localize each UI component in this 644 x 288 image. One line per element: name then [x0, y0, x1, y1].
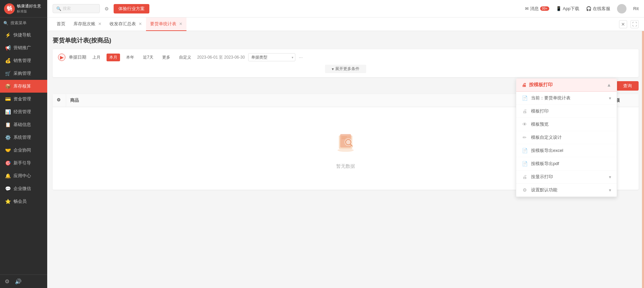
logo-icon: 畅: [4, 3, 15, 14]
excel-icon: 📄: [522, 148, 528, 153]
current-month-btn[interactable]: 本月: [107, 54, 120, 61]
online-service-button[interactable]: 🎧 在线客服: [586, 6, 610, 12]
custom-date-btn[interactable]: 自定义: [176, 54, 194, 61]
topbar-right: ✉ 消息 99+ 📱 App下载 🎧 在线客服 Rit: [525, 4, 639, 13]
sidebar-item-label: 快捷导航: [13, 32, 31, 38]
expand-row: ▾ 展开更多条件: [58, 65, 633, 73]
sidebar-item-label: 企业协同: [13, 147, 31, 153]
prev-month-btn[interactable]: 上月: [90, 54, 103, 61]
trial-button[interactable]: 体验行业方案: [114, 4, 149, 13]
tab-collect-summary[interactable]: 收发存汇总表 ✕: [106, 18, 146, 31]
dropdown-template-design[interactable]: ✏ 模板自定义设计: [516, 131, 617, 144]
tab-fullscreen-button[interactable]: ⛶: [631, 20, 639, 28]
sidebar-item-marketing[interactable]: 📢 营销推广: [0, 41, 47, 54]
svg-rect-6: [342, 137, 347, 137]
app-download-button[interactable]: 📱 App下载: [556, 6, 579, 12]
filter-toggle-btn[interactable]: ▶: [58, 54, 65, 61]
template-design-label: 模板自定义设计: [531, 134, 562, 140]
username: Rit: [633, 6, 639, 11]
topbar-search-box[interactable]: 🔍 搜索: [53, 4, 100, 13]
dropdown-header: 🖨 按模板打印 ▲: [516, 78, 617, 92]
expand-icon: ▾: [609, 174, 611, 180]
settings-icon[interactable]: ⚙: [5, 278, 9, 285]
sidebar-item-purchase[interactable]: 🛒 采购管理: [0, 67, 47, 80]
tab-collect-summary-label: 收发存汇总表: [110, 21, 136, 27]
tab-home[interactable]: 首页: [53, 18, 69, 31]
sidebar-item-inventory[interactable]: 📦 库存核算: [0, 80, 47, 93]
tab-order-summary-close-icon[interactable]: ✕: [179, 22, 182, 26]
doc-type-select[interactable]: 单据类型: [248, 53, 295, 61]
sidebar-item-label: 营销推广: [13, 45, 31, 51]
sidebar-search[interactable]: 🔍 搜索菜单: [0, 18, 47, 29]
dropdown-display-print[interactable]: 🖨 按显示打印 ▾: [516, 170, 617, 184]
sidebar-item-label: 资金管理: [13, 96, 31, 102]
template-preview-label: 模板预览: [531, 121, 549, 127]
app-version: 标准版: [17, 9, 41, 14]
col-settings: ⚙: [53, 94, 66, 107]
resize-handle[interactable]: [642, 31, 644, 288]
app-name: 畅康通好生意: [17, 3, 41, 9]
wechat-icon: 💬: [5, 186, 11, 191]
sidebar-item-system[interactable]: ⚙️ 系统管理: [0, 131, 47, 144]
sidebar-search-label: 搜索菜单: [10, 20, 27, 26]
expand-more-btn[interactable]: ▾ 展开更多条件: [325, 65, 366, 73]
dropdown-template-print[interactable]: 🖨 模板打印: [516, 105, 617, 118]
sidebar-item-sales[interactable]: 💰 销售管理: [0, 54, 47, 67]
tab-batch-account[interactable]: 库存批次账 ✕: [69, 18, 106, 31]
sidebar-item-label: 新手引导: [13, 160, 31, 166]
sidebar-item-guide[interactable]: 🎯 新手引导: [0, 157, 47, 169]
query-btn[interactable]: 查询: [616, 81, 639, 91]
tab-close-button[interactable]: ✕: [619, 20, 627, 28]
app-download-label: App下载: [563, 6, 579, 12]
display-print-icon: 🖨: [522, 174, 528, 180]
sidebar-item-quick-nav[interactable]: ⚡ 快捷导航: [0, 29, 47, 41]
sidebar-item-member[interactable]: ⭐ 畅会员: [0, 195, 47, 208]
dropdown-template-pdf[interactable]: 📄 按模板导出pdf: [516, 157, 617, 170]
sidebar-item-label: 采购管理: [13, 70, 31, 76]
sidebar-item-wechat[interactable]: 💬 企业微信: [0, 182, 47, 195]
sidebar-item-finance[interactable]: 💳 资金管理: [0, 93, 47, 105]
tabs-right-controls: ✕ ⛶: [619, 20, 639, 28]
gear-icon[interactable]: ⚙: [105, 6, 109, 11]
sidebar-item-operation[interactable]: 📊 经营管理: [0, 105, 47, 118]
display-print-label: 按显示打印: [531, 174, 553, 180]
dropdown-template-excel[interactable]: 📄 按模板导出excel: [516, 144, 617, 157]
col-product: 商品: [66, 94, 517, 107]
dropdown-template-preview[interactable]: 👁 模板预览: [516, 118, 617, 131]
current-year-btn[interactable]: 本年: [123, 54, 137, 61]
default-fn-icon: ⚙: [522, 187, 528, 193]
sidebar-item-basic[interactable]: 📋 基础信息: [0, 118, 47, 131]
volume-icon[interactable]: 🔊: [15, 278, 22, 285]
app-center-icon: 🔔: [5, 173, 11, 179]
more-date-btn[interactable]: 更多: [159, 54, 173, 61]
sidebar-item-app-center[interactable]: 🔔 应用中心: [0, 169, 47, 182]
more-options-icon[interactable]: ···: [299, 55, 303, 60]
content-area: 要货单统计表(按商品) ▶ 单据日期 上月 本月 本年 近7天 更多 自定义 2…: [47, 31, 644, 288]
tab-batch-account-close-icon[interactable]: ✕: [98, 22, 101, 26]
print-dropdown: 🖨 按模板打印 ▲ 📄 当前：要货单统计表 ▾ 🖨 模板打印: [516, 78, 617, 197]
dropdown-default-fn[interactable]: ⚙ 设置默认功能 ▾: [516, 184, 617, 197]
template-print-label: 模板打印: [531, 108, 549, 114]
tab-order-summary[interactable]: 要货单统计表 ✕: [146, 18, 186, 31]
dropdown-close-icon[interactable]: ▲: [607, 82, 611, 88]
avatar[interactable]: [617, 4, 626, 13]
doc-type-select-wrapper: 单据类型: [248, 53, 295, 61]
sidebar-item-label: 企业微信: [13, 186, 31, 192]
tab-collect-summary-close-icon[interactable]: ✕: [139, 22, 142, 26]
dropdown-current-template[interactable]: 📄 当前：要货单统计表 ▾: [516, 92, 617, 105]
sidebar-item-label: 经营管理: [13, 109, 31, 115]
search-placeholder: 搜索: [63, 6, 71, 11]
print-dropdown-title: 按模板打印: [529, 82, 553, 88]
online-service-label: 在线客服: [593, 6, 610, 12]
sidebar-item-enterprise[interactable]: 🤝 企业协同: [0, 144, 47, 157]
last-7-days-btn[interactable]: 近7天: [140, 54, 156, 61]
search-icon: 🔍: [3, 21, 8, 26]
date-range-display: 2023-06-01 至 2023-06-30: [197, 55, 245, 60]
app-logo: 畅 畅康通好生意 标准版: [0, 0, 47, 18]
chevron-right-icon: ▾: [609, 96, 611, 101]
messages-badge: 99+: [540, 6, 549, 11]
download-icon: 📱: [556, 6, 561, 11]
messages-button[interactable]: ✉ 消息 99+: [525, 6, 549, 12]
filter-row: ▶ 单据日期 上月 本月 本年 近7天 更多 自定义 2023-06-01 至 …: [58, 53, 633, 61]
tab-order-summary-label: 要货单统计表: [150, 21, 176, 27]
